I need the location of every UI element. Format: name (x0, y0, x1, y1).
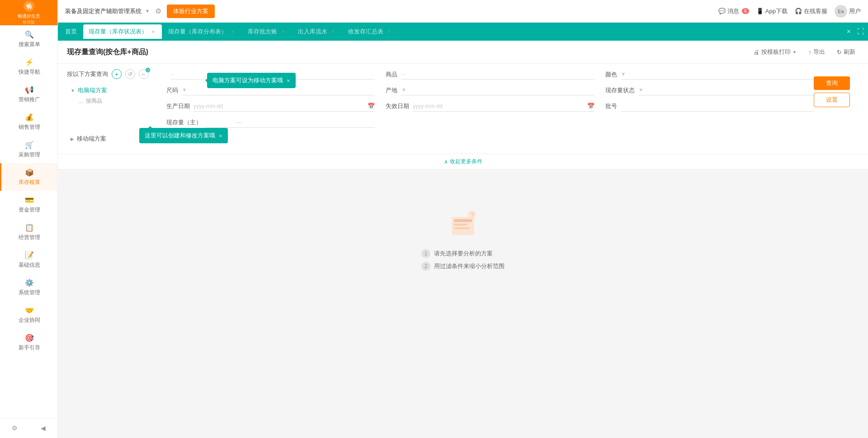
tab-fullscreen-icon[interactable]: ⛶ (855, 26, 866, 38)
purchase-icon: 🛒 (25, 140, 34, 149)
svg-text:?: ? (471, 212, 474, 218)
stock-main-input[interactable]: — (205, 117, 375, 128)
search-button[interactable]: 查询 (814, 76, 850, 90)
expire-date-input[interactable]: yyyy-mm-dd 📅 (413, 101, 594, 112)
sidebar: 畅 畅通好生意 标准版 🔍 搜索菜单 ⚡ 快捷导航 📢 营销推广 💰 销售管理 … (0, 0, 58, 438)
inventory-icon: 📦 (25, 168, 34, 177)
add-scheme-button[interactable]: + (112, 69, 122, 79)
sidebar-item-label: 基础信息 (19, 261, 40, 269)
phone-icon: 📱 (756, 8, 764, 14)
step-num-1: 1 (421, 249, 430, 258)
tab-close-icon[interactable]: × (150, 28, 156, 35)
stock-main-label: 现存量（主） (166, 118, 202, 127)
sidebar-item-management[interactable]: 📋 经营管理 (0, 218, 57, 246)
tab-home[interactable]: 首页 (60, 24, 82, 39)
sidebar-item-inventory[interactable]: 📦 库存核算 (0, 163, 57, 191)
tab-close-icon[interactable]: × (280, 28, 286, 35)
tab-flow[interactable]: 出入库流水 × (292, 24, 342, 39)
page-title: 现存量查询(按仓库+商品) (67, 47, 148, 57)
stock-status-select[interactable]: ▼ (638, 85, 814, 95)
origin-dropdown-icon: ▼ (401, 87, 406, 93)
batch-input[interactable] (621, 101, 814, 112)
sidebar-item-finance[interactable]: 💳 资金管理 (0, 191, 57, 218)
tab-inventory-status[interactable]: 现存量（库存状况表） × (83, 24, 162, 39)
sidebar-item-quick[interactable]: ⚡ 快捷导航 (0, 53, 57, 80)
sidebar-item-label: 搜索菜单 (19, 41, 40, 48)
message-action[interactable]: 💬 消息 6 (718, 7, 749, 15)
topbar-settings-icon[interactable]: ⚙ (153, 5, 163, 17)
size-dropdown-icon: ▼ (182, 87, 187, 93)
user-action[interactable]: Ea 用户 (835, 5, 861, 18)
tooltip-edit-close-button[interactable]: × (219, 132, 222, 139)
collapse-bar[interactable]: ∧ 收起更多条件 (58, 154, 868, 170)
sidebar-item-label: 资金管理 (19, 206, 40, 214)
tab-close-icon[interactable]: × (330, 28, 336, 35)
tab-inventory-dist[interactable]: 现存量（库存分布表） × (163, 24, 241, 39)
user-label: 用户 (849, 7, 861, 15)
guide-icon: 🎯 (25, 333, 34, 342)
sidebar-item-basic[interactable]: 📝 基础信息 (0, 246, 57, 273)
tooltip-edit-text: 这里可以创建和修改方案哦 (145, 132, 215, 140)
basic-icon: 📝 (25, 250, 34, 259)
action-buttons: 查询 设置 (814, 76, 850, 107)
tooltip-scheme-edit: 这里可以创建和修改方案哦 × (139, 128, 228, 143)
sidebar-item-label: 企业协同 (19, 316, 40, 324)
chevron-up-icon: ∧ (444, 159, 448, 165)
tab-close-icon[interactable]: × (386, 28, 392, 35)
filter-section: 按以下方案查询 + ↺ ← 电脑方案可设为移动方案哦 × (58, 64, 868, 154)
sidebar-item-system[interactable]: ⚙️ 系统管理 (0, 273, 57, 301)
tabbar-actions: × ⛶ (845, 26, 866, 38)
empty-state: ? 1 请先选择要分析的方案 2 用过滤条件来缩小分析范围 (58, 170, 868, 307)
online-support-action[interactable]: 🎧 在线客服 (795, 7, 827, 15)
export-icon: ↑ (809, 49, 812, 56)
sidebar-item-purchase[interactable]: 🛒 采购管理 (0, 136, 57, 163)
step-1-label: 请先选择要分析的方案 (434, 250, 493, 258)
collapse-sidebar-icon[interactable]: ◀ (39, 423, 47, 433)
arrow-scheme-button[interactable]: ← (139, 69, 149, 79)
tab-close-icon[interactable]: × (230, 28, 236, 35)
system-dropdown-icon[interactable]: ▼ (145, 9, 150, 14)
goods-label: 商品 (386, 71, 397, 79)
sidebar-item-sales[interactable]: 💰 销售管理 (0, 108, 57, 136)
refresh-button[interactable]: ↻ 刷新 (833, 46, 859, 58)
goods-select[interactable]: ··· (401, 69, 594, 80)
logo-sub: 标准版 (23, 19, 35, 25)
empty-step-2: 2 用过滤条件来缩小分析范围 (421, 262, 505, 271)
topbar: 装备及固定资产辅助管理系统 ▼ ⚙ 体验行业方案 💬 消息 6 📱 App下载 … (58, 0, 868, 23)
set-button[interactable]: 设置 (814, 93, 850, 107)
filter-label: 按以下方案查询 (67, 70, 108, 78)
tab-close-all-icon[interactable]: × (845, 26, 853, 38)
sidebar-item-label: 采购管理 (19, 151, 40, 159)
stock-main-to[interactable] (245, 119, 273, 126)
stock-main-from[interactable] (205, 119, 232, 126)
goods-dots: ··· (401, 71, 406, 77)
sidebar-item-search[interactable]: 🔍 搜索菜单 (0, 25, 57, 53)
settings-bottom-icon[interactable]: ⚙ (10, 423, 19, 433)
trial-button[interactable]: 体验行业方案 (167, 5, 215, 18)
tab-label: 现存量（库存分布表） (168, 28, 227, 36)
sidebar-item-guide[interactable]: 🎯 新手引导 (0, 329, 57, 356)
origin-select[interactable]: ▼ (401, 85, 594, 95)
sidebar-item-marketing[interactable]: 📢 营销推广 (0, 80, 57, 108)
filter-stock-status-row: 现存量状态 ▼ (605, 85, 814, 95)
sales-icon: 💰 (25, 113, 34, 122)
print-button[interactable]: 🖨 按模板打印 ▼ (750, 46, 801, 58)
print-dropdown-icon: ▼ (793, 50, 797, 55)
color-label: 颜色 (605, 71, 617, 79)
app-download-action[interactable]: 📱 App下载 (756, 7, 788, 15)
empty-step-1: 1 请先选择要分析的方案 (421, 249, 505, 258)
tab-batch-ledger[interactable]: 库存批次账 × (242, 24, 292, 39)
online-support-label: 在线客服 (804, 7, 827, 15)
expire-date-cal-icon[interactable]: 📅 (587, 103, 594, 109)
export-button[interactable]: ↑ 导出 (805, 46, 829, 58)
scheme-desktop[interactable]: ▼ 电脑端方案 (67, 85, 157, 96)
svg-rect-4 (454, 224, 467, 226)
tab-summary[interactable]: 收发存汇总表 × (343, 24, 398, 39)
sidebar-item-cooperation[interactable]: 🤝 企业协同 (0, 301, 57, 329)
tooltip-close-button[interactable]: × (287, 77, 290, 84)
produce-date-input[interactable]: yyyy-mm-dd 📅 (193, 101, 375, 112)
color-select[interactable]: ▼ (621, 69, 814, 80)
produce-date-cal-icon[interactable]: 📅 (368, 103, 375, 109)
topbar-right: 💬 消息 6 📱 App下载 🎧 在线客服 Ea 用户 (718, 5, 861, 18)
refresh-scheme-button[interactable]: ↺ (125, 69, 135, 79)
